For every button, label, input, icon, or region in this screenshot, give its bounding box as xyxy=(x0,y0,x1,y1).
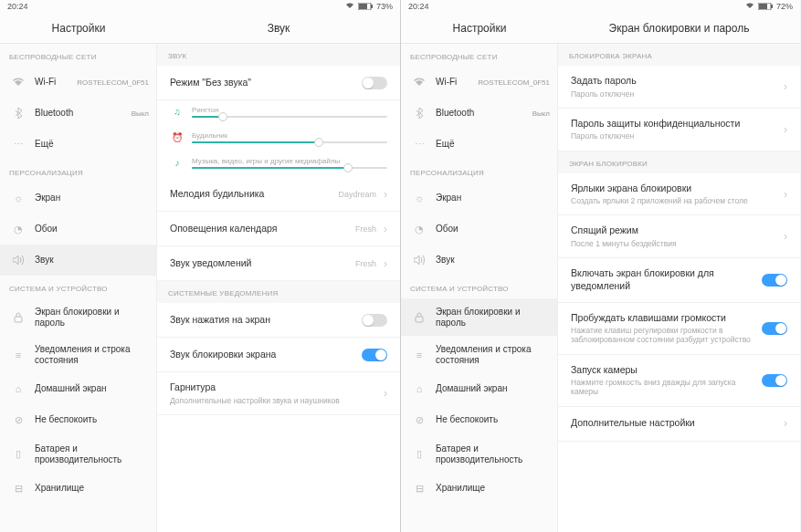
wifi-icon xyxy=(745,2,754,11)
row-sub: Дополнительные настройки звука и наушник… xyxy=(170,396,382,405)
row-title: Пробуждать клавишами громкости xyxy=(571,312,762,325)
battery-icon: ▯ xyxy=(410,447,428,462)
row-title: Мелодия будильника xyxy=(170,188,338,201)
section-lockscreen: ЭКРАН БЛОКИРОВКИ xyxy=(558,151,800,173)
sidebar-item-storage[interactable]: ⊟ Хранилище xyxy=(0,473,156,504)
slider-label: Будильник xyxy=(192,131,387,140)
slider-track[interactable] xyxy=(192,141,387,143)
row-set-password[interactable]: Задать пароль Пароль отключен › xyxy=(558,66,800,109)
sidebar-item-lockscreen[interactable]: Экран блокировки и пароль xyxy=(0,298,156,336)
row-calendar-alerts[interactable]: Оповещения календаря Fresh › xyxy=(157,212,400,246)
row-notification-sound[interactable]: Звук уведомлений Fresh › xyxy=(157,246,400,281)
item-label: Bluetooth xyxy=(35,108,132,119)
svg-rect-1 xyxy=(359,4,367,9)
sidebar-item-notifications[interactable]: ≡ Уведомления и строка состояния xyxy=(401,336,557,373)
device-right: 20:24 72% Настройки Экран блокировки и п… xyxy=(400,0,800,532)
section-sound: ЗВУК xyxy=(157,44,400,66)
sidebar-item-more[interactable]: ⋯ Ещё xyxy=(401,129,557,160)
toggle-tap-sound[interactable] xyxy=(362,314,387,327)
sidebar-item-bluetooth[interactable]: Bluetooth Выкл xyxy=(0,98,156,129)
battery-icon xyxy=(358,3,373,10)
row-tap-sound[interactable]: Звук нажатия на экран xyxy=(157,303,400,338)
row-additional[interactable]: Дополнительные настройки › xyxy=(558,407,800,442)
item-label: Экран блокировки и пароль xyxy=(35,307,149,328)
sidebar-item-wallpaper[interactable]: ◔ Обои xyxy=(401,214,557,245)
row-title: Запуск камеры xyxy=(571,364,762,377)
row-title: Звук уведомлений xyxy=(170,257,355,270)
row-shortcuts[interactable]: Ярлыки экрана блокировки Создать ярлыки … xyxy=(558,173,800,216)
sidebar-item-bluetooth[interactable]: Bluetooth Выкл xyxy=(401,98,557,129)
sidebar-item-battery[interactable]: ▯ Батарея и производительность xyxy=(401,435,557,473)
sidebar-item-display[interactable]: ☼ Экран xyxy=(401,183,557,214)
sidebar-item-wifi[interactable]: Wi-Fi ROSTELECOM_0F51 xyxy=(401,67,557,98)
sidebar-item-dnd[interactable]: ⊘ Не беспокоить xyxy=(401,404,557,435)
sidebar-item-more[interactable]: ⋯ Ещё xyxy=(0,129,156,160)
storage-icon: ⊟ xyxy=(410,481,428,495)
row-wake-volume[interactable]: Пробуждать клавишами громкости Нажатие к… xyxy=(558,303,800,355)
slider-media[interactable]: ♪ Музыка, видео, игры и другие медиафайл… xyxy=(157,151,400,177)
row-privacy-password[interactable]: Пароль защиты конфиденциальности Пароль … xyxy=(558,109,800,151)
toggle-lock-sound[interactable] xyxy=(362,349,387,361)
slider-alarm[interactable]: ⏰ Будильник xyxy=(157,126,400,151)
row-title: Звук нажатия на экран xyxy=(170,314,362,327)
header-settings-title: Настройки xyxy=(0,13,157,43)
svg-rect-7 xyxy=(416,317,423,322)
chevron-right-icon: › xyxy=(784,123,787,136)
row-sleep[interactable]: Спящий режим После 1 минуты бездействия … xyxy=(558,215,800,258)
bluetooth-icon xyxy=(9,106,27,120)
media-icon: ♪ xyxy=(170,155,184,170)
item-label: Уведомления и строка состояния xyxy=(35,344,149,365)
alarm-icon: ⏰ xyxy=(170,130,184,144)
sidebar-item-homescreen[interactable]: ⌂ Домашний экран xyxy=(401,373,557,404)
display-icon: ☼ xyxy=(9,191,27,205)
sidebar-item-display[interactable]: ☼ Экран xyxy=(0,183,156,214)
toggle-silent[interactable] xyxy=(362,77,387,89)
status-bar: 20:24 72% xyxy=(401,0,800,13)
row-title: Включать экран блокировки для уведомлени… xyxy=(571,267,762,292)
row-launch-camera[interactable]: Запуск камеры Нажмите громкость вниз два… xyxy=(558,355,800,407)
battery-icon xyxy=(758,3,773,10)
toggle-camera[interactable] xyxy=(762,374,787,387)
home-icon: ⌂ xyxy=(410,381,428,396)
header-row: Настройки Экран блокировки и пароль xyxy=(401,13,800,44)
sidebar-item-wifi[interactable]: Wi-Fi ROSTELECOM_0F51 xyxy=(0,67,156,98)
sidebar-item-storage[interactable]: ⊟ Хранилище xyxy=(401,473,557,504)
toggle-wake-vol[interactable] xyxy=(762,322,787,335)
slider-ringtone[interactable]: ♫ Рингтон xyxy=(157,100,400,126)
sidebar-item-wallpaper[interactable]: ◔ Обои xyxy=(0,214,156,245)
sidebar-item-battery[interactable]: ▯ Батарея и производительность xyxy=(0,435,156,473)
row-silent-mode[interactable]: Режим "Без звука" xyxy=(157,66,400,100)
sidebar: БЕСПРОВОДНЫЕ СЕТИ Wi-Fi ROSTELECOM_0F51 … xyxy=(401,44,558,532)
sidebar-item-sound[interactable]: Звук xyxy=(0,245,156,276)
header-row: Настройки Звук xyxy=(0,13,400,44)
sidebar: БЕСПРОВОДНЫЕ СЕТИ Wi-Fi ROSTELECOM_0F51 … xyxy=(0,44,157,532)
item-label: Ещё xyxy=(35,139,149,150)
detail-pane: ЗВУК Режим "Без звука" ♫ Рингтон ⏰ Б xyxy=(157,44,400,532)
slider-track[interactable] xyxy=(192,116,387,118)
row-sub: Создать ярлыки 2 приложений на рабочем с… xyxy=(571,196,782,205)
sidebar-item-dnd[interactable]: ⊘ Не беспокоить xyxy=(0,404,156,435)
row-title: Режим "Без звука" xyxy=(170,77,362,89)
row-sub: После 1 минуты бездействия xyxy=(571,239,782,248)
row-wake-notifications[interactable]: Включать экран блокировки для уведомлени… xyxy=(558,258,800,302)
status-bar: 20:24 73% xyxy=(0,0,400,13)
section-system: СИСТЕМА И УСТРОЙСТВО xyxy=(0,276,156,298)
slider-label: Музыка, видео, игры и другие медиафайлы xyxy=(192,157,387,165)
sidebar-item-homescreen[interactable]: ⌂ Домашний экран xyxy=(0,373,156,404)
item-note: Выкл xyxy=(132,110,149,118)
row-alarm-melody[interactable]: Мелодия будильника Daydream › xyxy=(157,177,400,212)
row-headset[interactable]: Гарнитура Дополнительные настройки звука… xyxy=(157,372,400,415)
item-note: Выкл xyxy=(532,110,550,118)
toggle-wake-notif[interactable] xyxy=(762,274,787,287)
row-value: Fresh xyxy=(355,224,376,234)
wifi-icon xyxy=(9,75,27,89)
sidebar-item-sound[interactable]: Звук xyxy=(401,245,557,276)
slider-track[interactable] xyxy=(192,167,387,169)
svg-rect-6 xyxy=(771,5,773,8)
lock-icon xyxy=(9,310,27,325)
sidebar-item-lockscreen[interactable]: Экран блокировки и пароль xyxy=(401,298,557,336)
sidebar-item-notifications[interactable]: ≡ Уведомления и строка состояния xyxy=(0,336,156,373)
item-label: Батарея и производительность xyxy=(436,443,550,464)
row-lock-sound[interactable]: Звук блокировки экрана xyxy=(157,338,400,372)
more-icon: ⋯ xyxy=(9,137,27,151)
